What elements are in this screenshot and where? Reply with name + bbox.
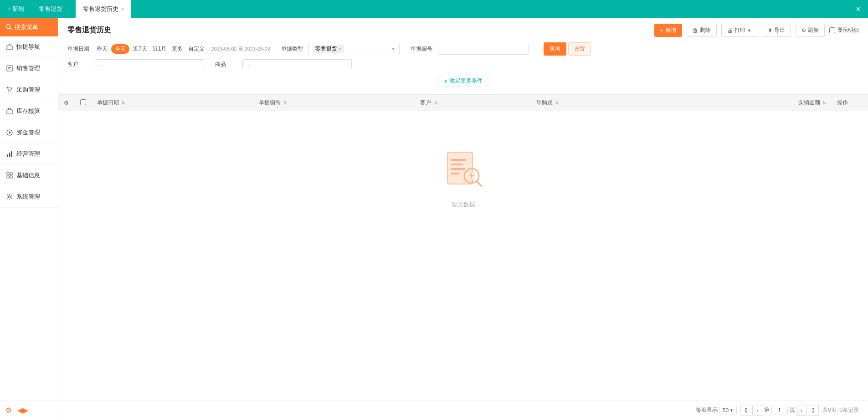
customer-filter-label: 客户 — [67, 61, 95, 68]
date-btn-today[interactable]: 今天 — [111, 44, 129, 54]
th-actions-label: 操作 — [837, 99, 848, 106]
tab-retail-return[interactable]: 零售退货 × — [31, 0, 75, 18]
system-icon — [5, 193, 14, 201]
page-size-box[interactable]: 50 ▼ — [719, 406, 737, 415]
filter-row-2: 客户 ... 商品 ... — [67, 59, 859, 69]
refresh-icon: ↻ — [801, 27, 806, 34]
page-next-button[interactable]: › — [796, 405, 807, 416]
page-last-button[interactable]: ⟫ — [808, 405, 819, 416]
show-detail-input[interactable] — [829, 27, 835, 33]
sidebar-item-inventory-label: 库存核算 — [16, 107, 40, 115]
inventory-icon — [5, 107, 14, 115]
goods-select[interactable]: ... — [242, 59, 352, 69]
sales-icon — [5, 64, 14, 72]
sidebar-item-basicinfo[interactable]: 基础信息 — [0, 165, 58, 186]
voucher-input[interactable] — [438, 44, 529, 55]
type-tag-remove[interactable]: × — [339, 46, 341, 51]
tab-home[interactable]: + 新增 — [0, 0, 31, 18]
content-area: 零售退货历史 + 新增 🗑 删除 🖨 打印 ▼ — [58, 18, 868, 420]
add-button[interactable]: + 新增 — [654, 24, 682, 37]
query-button[interactable]: 查询 — [544, 42, 566, 56]
table-header-row: ⚙ 单据日期 ⇅ 单据编号 ⇅ — [58, 95, 868, 111]
guide-sort-icon: ⇅ — [555, 100, 559, 105]
goods-filter-label: 商品 — [215, 61, 242, 68]
page-nav: ⟪ ‹ 第 页 › ⟫ — [740, 405, 819, 416]
svg-rect-15 — [10, 176, 12, 178]
th-amount[interactable]: 实销金额 ⇅ — [670, 95, 832, 111]
svg-rect-10 — [9, 153, 10, 157]
svg-rect-12 — [7, 173, 9, 175]
total-info: 共0页, 0条记录 — [822, 406, 859, 414]
print-button[interactable]: 🖨 打印 ▼ — [721, 24, 757, 37]
filter-row-1: 单据日期 昨天 今天 近7天 近1月 更多 自定义 2023-06-02 至 2… — [67, 42, 859, 56]
main-layout: 搜索菜单 快捷导航 销售管理 采购管理 — [0, 18, 868, 420]
settings-bottom-icon[interactable]: ⚙ — [5, 406, 12, 415]
show-detail-checkbox[interactable]: 显示明细 — [829, 26, 859, 34]
select-all-checkbox[interactable] — [80, 99, 86, 105]
volume-bottom-icon[interactable]: ◀▶ — [17, 406, 28, 415]
filter-date-btns: 昨天 今天 近7天 近1月 更多 自定义 2023-06-02 至 2023-0… — [95, 44, 270, 54]
collapse-icon: ∧ — [444, 78, 448, 84]
sidebar-item-operations[interactable]: 经营管理 — [0, 143, 58, 165]
sidebar-item-finance[interactable]: 资金管理 — [0, 122, 58, 143]
export-icon: ⬆ — [768, 27, 772, 34]
sidebar-item-inventory[interactable]: 库存核算 — [0, 101, 58, 122]
sidebar-item-sales[interactable]: 销售管理 — [0, 58, 58, 79]
tab-retail-return-history[interactable]: 零售退货历史 × — [76, 0, 131, 18]
filter-group-voucher: 单据编号 — [411, 44, 529, 55]
date-btn-7days[interactable]: 近7天 — [131, 44, 149, 54]
sidebar: 搜索菜单 快捷导航 销售管理 采购管理 — [0, 18, 58, 420]
window-close-button[interactable]: × — [848, 5, 868, 14]
type-tag: 零售退货 × — [313, 45, 344, 53]
svg-rect-20 — [451, 168, 465, 170]
top-bar: + 新增 零售退货 × 零售退货历史 × × — [0, 0, 868, 18]
operations-icon — [5, 150, 14, 158]
th-number[interactable]: 单据编号 ⇅ — [253, 95, 415, 111]
th-date-label: 单据日期 — [97, 99, 119, 106]
sidebar-item-quicknav[interactable]: 快捷导航 — [0, 36, 58, 58]
th-checkbox[interactable] — [75, 95, 92, 111]
customer-select[interactable]: ... — [95, 59, 204, 69]
empty-state: 暂无数据 — [58, 111, 868, 245]
delete-button[interactable]: 🗑 删除 — [687, 24, 717, 37]
svg-rect-21 — [451, 173, 460, 174]
th-date[interactable]: 单据日期 ⇅ — [92, 95, 253, 111]
sidebar-bottom: ⚙ ◀▶ — [0, 400, 58, 420]
refresh-button[interactable]: ↻ 刷新 — [796, 24, 825, 37]
settings-button[interactable]: 设置 — [568, 42, 591, 56]
tab-retail-return-close[interactable]: × — [65, 6, 68, 12]
sidebar-item-purchase[interactable]: 采购管理 — [0, 79, 58, 101]
type-tag-label: 零售退货 — [315, 45, 337, 53]
page-prev-button[interactable]: ‹ — [752, 405, 763, 416]
tab-home-label: + 新增 — [7, 5, 24, 13]
customer-placeholder: ... — [99, 61, 103, 67]
svg-rect-7 — [7, 110, 12, 114]
export-button[interactable]: ⬆ 导出 — [762, 24, 791, 37]
page-first-button[interactable]: ⟪ — [740, 405, 751, 416]
collapse-button[interactable]: ∧ 收起更多条件 — [436, 75, 490, 87]
basicinfo-icon — [5, 171, 14, 179]
date-btn-1month[interactable]: 近1月 — [151, 44, 169, 54]
settings-icon: ⚙ — [64, 100, 69, 106]
amount-sort-icon: ⇅ — [822, 100, 826, 105]
filter-group-type: 单据类型 零售退货 × ▼ — [281, 43, 400, 55]
svg-point-6 — [10, 92, 11, 92]
sidebar-item-purchase-label: 采购管理 — [16, 86, 40, 94]
th-guide[interactable]: 导购员 ⇅ — [531, 95, 670, 111]
th-settings[interactable]: ⚙ — [58, 95, 75, 111]
empty-state-cell: 暂无数据 — [58, 111, 868, 246]
date-btn-custom[interactable]: 自定义 — [186, 44, 206, 54]
date-btn-yesterday[interactable]: 昨天 — [95, 44, 109, 54]
type-select[interactable]: 零售退货 × ▼ — [308, 43, 400, 55]
sidebar-search[interactable]: 搜索菜单 — [0, 18, 58, 36]
tab-retail-return-history-close[interactable]: × — [121, 6, 124, 12]
th-customer[interactable]: 客户 ⇅ — [415, 95, 531, 111]
sidebar-search-label: 搜索菜单 — [15, 23, 38, 31]
number-sort-icon: ⇅ — [283, 100, 287, 105]
svg-rect-18 — [451, 159, 467, 161]
tab-list: + 新增 零售退货 × 零售退货历史 × — [0, 0, 848, 18]
date-btn-more[interactable]: 更多 — [170, 44, 185, 54]
page-number-input[interactable] — [771, 406, 788, 415]
sidebar-item-system[interactable]: 系统管理 — [0, 186, 58, 208]
goods-placeholder: ... — [247, 61, 251, 67]
